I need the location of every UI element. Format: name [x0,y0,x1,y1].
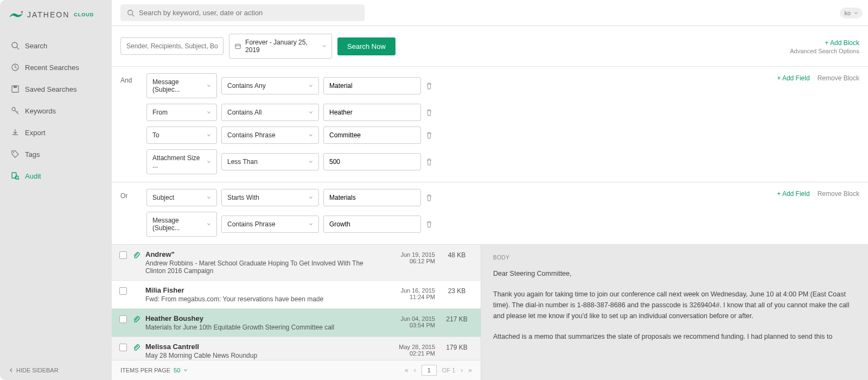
items-per-page[interactable]: ITEMS PER PAGE 50 [120,367,188,373]
trash-icon[interactable] [425,158,433,166]
condition-select[interactable]: Less Than [221,153,319,170]
field-select[interactable]: To [146,126,217,144]
trash-icon[interactable] [425,82,433,90]
nav-keywords[interactable]: Keywords [0,100,112,122]
condition-select[interactable]: Starts With [221,189,319,206]
value-input[interactable] [323,153,421,170]
field-select[interactable]: Message (Subjec... [146,73,217,98]
chevron-down-icon [207,160,211,164]
chevron-down-icon [309,133,313,137]
block-operator: Or [120,192,127,200]
export-icon [11,128,20,137]
field-select-value: Subject [152,194,174,201]
result-rows: Andrew" Andrew Robbins - Maret School Gr… [112,245,481,360]
condition-select-value: Contains Phrase [227,220,276,228]
remove-block-link[interactable]: Remove Block [818,74,859,82]
block-operator: And [120,77,132,84]
chevron-down-icon [207,110,211,115]
block-actions: + Add FieldRemove Block [777,190,859,198]
date-range-text: Forever - January 25, 2019 [245,39,318,54]
nav-search[interactable]: Search [0,35,112,56]
attachment-icon [132,251,140,259]
chevron-down-icon [207,133,211,137]
message-from: Andrew" [145,250,381,258]
row-checkbox[interactable] [119,287,127,295]
add-block-link[interactable]: + Add Block [825,39,859,47]
nav-audit[interactable]: Audit [0,165,112,187]
page-prev[interactable]: ‹ [414,366,416,374]
page-first[interactable]: « [405,366,409,374]
message-date: Jun 04, 201503:54 PM [386,314,435,328]
add-field-link[interactable]: + Add Field [777,74,809,82]
value-input[interactable] [323,104,421,121]
result-row[interactable]: Andrew" Andrew Robbins - Maret School Gr… [112,245,481,281]
chevron-down-icon [207,195,211,200]
page-last[interactable]: » [468,366,472,374]
user-menu[interactable]: ko [840,8,863,18]
trash-icon[interactable] [425,220,433,228]
field-select[interactable]: Message (Subjec... [146,212,217,237]
search-icon [127,9,135,17]
add-field-link[interactable]: + Add Field [777,190,809,198]
advanced-search-link[interactable]: Advanced Search Options [790,48,859,54]
trash-icon[interactable] [425,109,433,116]
global-search-input[interactable] [139,9,358,17]
field-select-value: Attachment Size ... [152,154,207,169]
value-input[interactable] [323,189,421,206]
nav-recent-searches[interactable]: Recent Searches [0,56,112,78]
field-select-value: To [152,131,159,139]
logo: JATHEON CLOUD [0,0,112,29]
field-select[interactable]: Attachment Size ... [146,149,217,174]
topbar: ko [112,0,868,26]
search-now-button[interactable]: Search Now [337,37,395,55]
trash-icon[interactable] [425,131,433,139]
value-input[interactable] [323,126,421,144]
row-checkbox[interactable] [119,344,127,351]
nav-tags[interactable]: Tags [0,143,112,165]
message-size: 48 KB [441,250,473,259]
field-select[interactable]: Subject [146,189,217,206]
condition-select[interactable]: Contains Phrase [221,216,319,233]
hide-sidebar-button[interactable]: HIDE SIDEBAR [0,360,112,380]
nav-label: Audit [25,172,41,180]
row-checkbox[interactable] [119,315,127,323]
message-from: Milia Fisher [145,286,381,294]
page-next[interactable]: › [461,366,463,374]
svg-line-11 [132,14,135,16]
filter-row: ToContains Phrase [146,126,859,144]
value-input[interactable] [323,77,421,94]
value-input[interactable] [323,216,421,233]
svg-line-9 [18,179,19,180]
message-preview: BODY Dear Steering Committee, Thank you … [481,245,868,380]
chevron-down-icon [309,110,313,115]
preview-section-label: BODY [493,255,856,261]
row-checkbox[interactable] [119,251,127,259]
nav-export[interactable]: Export [0,122,112,143]
field-select[interactable]: From [146,104,217,121]
chevron-left-icon [9,368,14,373]
global-search[interactable] [120,4,365,21]
sender-input[interactable] [120,37,224,55]
nav-label: Search [25,42,47,50]
nav-label: Export [25,129,46,137]
message-subject: Andrew Robbins - Maret School Graduate H… [145,259,381,275]
nav-saved-searches[interactable]: Saved Searches [0,78,112,100]
message-col: Heather Boushey Materials for June 10th … [145,314,381,331]
remove-block-link[interactable]: Remove Block [818,190,859,198]
field-select-value: Message (Subjec... [152,217,207,232]
trash-icon[interactable] [425,194,433,201]
result-row[interactable]: Milia Fisher Fwd: From megabus.com: Your… [112,281,481,309]
message-from: Heather Boushey [145,314,381,322]
condition-select[interactable]: Contains Any [221,77,319,94]
svg-point-0 [12,42,17,48]
condition-select-value: Contains Phrase [227,131,276,139]
chevron-down-icon [207,222,211,226]
date-range-picker[interactable]: Forever - January 25, 2019 [229,34,332,59]
nav-label: Keywords [25,107,56,115]
result-row[interactable]: Heather Boushey Materials for June 10th … [112,309,481,337]
condition-select[interactable]: Contains Phrase [221,126,319,144]
result-row[interactable]: Melissa Cantrell May 28 Morning Cable Ne… [112,337,481,360]
tag-icon [11,150,20,159]
message-subject: Fwd: From megabus.com: Your reservations… [145,295,381,303]
condition-select[interactable]: Contains All [221,104,319,121]
